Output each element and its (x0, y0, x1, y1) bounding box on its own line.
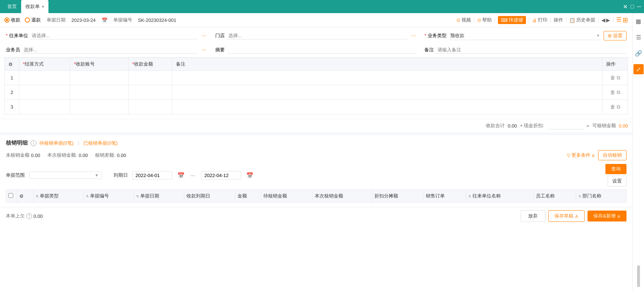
receipt-table: ⚙ *结算方式 *收款账号 *收款金额 备注 操作 (4, 58, 628, 114)
select-all-checkbox[interactable] (8, 193, 13, 198)
row-2-settle[interactable] (19, 85, 70, 100)
print-label: 打印 (538, 17, 547, 23)
history-btn[interactable]: 📋 历史单据 (569, 17, 595, 23)
prev-arrow[interactable]: ◀ (601, 17, 605, 23)
date-to-input[interactable] (201, 171, 241, 180)
row-1-settle[interactable] (19, 71, 70, 85)
bottom-settings-button[interactable]: 设置 (608, 176, 627, 187)
pending-tab[interactable]: 待核销单据(0笔) (39, 140, 74, 146)
row-3-settle[interactable] (19, 100, 70, 114)
checkbox-header[interactable] (6, 190, 17, 203)
settings-button[interactable]: ⚙ 设置 (604, 31, 627, 40)
date-from-calendar-icon[interactable]: 📅 (177, 172, 185, 179)
save-draft-label: 保存草稿 (554, 213, 573, 219)
calendar-icon[interactable]: 📅 (102, 17, 107, 23)
bottom-gear-icon: ⚙ (19, 193, 24, 199)
row-3-actions: 🗑 ⧉ (602, 100, 628, 114)
discount-label: + 现金折扣: (520, 122, 544, 129)
discount-input[interactable] (547, 122, 584, 129)
staff-input[interactable] (22, 46, 198, 54)
row-2-remark[interactable] (172, 85, 602, 100)
row-3-amount[interactable] (129, 100, 172, 114)
gear-icon: ⚙ (8, 62, 13, 67)
layout-list-icon[interactable]: ☰ (616, 16, 621, 24)
receipt-radio-dot (4, 17, 9, 23)
row-3-copy-icon[interactable]: ⧉ (617, 104, 620, 110)
sidebar-expand-icon[interactable]: ⤢ (633, 64, 644, 74)
shortcut-label: 快捷键 (509, 17, 523, 23)
gear-header[interactable]: ⚙ (5, 58, 19, 71)
row-3-account[interactable] (70, 100, 129, 114)
unverified-value: 0.00 (31, 153, 40, 158)
current-label: 本次核销金额: (47, 152, 77, 158)
nav-minimize-icon[interactable]: ─ (637, 3, 641, 10)
shortcut-btn[interactable]: ⌨ 快捷键 (498, 16, 526, 24)
row-1-amount[interactable] (129, 71, 172, 85)
verify-value: 0.00 (619, 123, 628, 129)
business-type-label: * 业务类型 (424, 32, 447, 39)
store-input[interactable] (227, 32, 407, 39)
history-icon: 📋 (569, 17, 575, 23)
chevron-up-icon: ∧ (592, 153, 595, 158)
partner-input[interactable] (30, 32, 198, 39)
refund-radio[interactable]: 退款 (25, 17, 41, 23)
row-3-delete-icon[interactable]: 🗑 (610, 104, 615, 110)
staff-more-btn[interactable]: ··· (200, 47, 208, 53)
operate-btn[interactable]: 操作 (554, 17, 563, 23)
row-2-delete-icon[interactable]: 🗑 (610, 89, 615, 95)
row-3-remark[interactable] (172, 100, 602, 114)
divider2 (495, 17, 495, 23)
sidebar-list-icon[interactable]: ☰ (633, 32, 644, 42)
sidebar-table-icon[interactable]: ▦ (633, 16, 644, 26)
store-more-btn[interactable]: ··· (409, 32, 417, 39)
receipt-type-group: 收款 退款 (4, 17, 41, 23)
date-from-input[interactable] (132, 171, 172, 180)
date-to-calendar-icon[interactable]: 📅 (246, 172, 254, 179)
row-2-copy-icon[interactable]: ⧉ (617, 89, 620, 95)
receipt-radio[interactable]: 收款 (4, 17, 20, 23)
filter-row: 单据范围 ▼ 到期日 📅 — 📅 查询 设置 (6, 164, 627, 187)
current-stat: 本次核销金额: 0.00 (47, 152, 88, 158)
nav-tab-home[interactable]: 首页 (3, 0, 21, 13)
row-1-delete-icon[interactable]: 🗑 (610, 75, 615, 81)
discard-button[interactable]: 放弃 (521, 210, 545, 222)
help-btn[interactable]: ⊙ 帮助 (477, 17, 492, 23)
nav-maximize-icon[interactable]: □ (631, 3, 634, 10)
sidebar-scroll[interactable] (637, 265, 640, 287)
row-1-account[interactable] (70, 71, 129, 85)
business-type-dropdown[interactable]: 预收款 ▼ (449, 32, 601, 40)
sidebar-attachment-icon[interactable]: 🔗 (633, 48, 644, 58)
nav-tab-receipt[interactable]: 收款单 × (21, 0, 48, 13)
nav-close-icon[interactable]: ✕ (623, 3, 628, 10)
done-tab[interactable]: 已核销单据(0笔) (83, 140, 118, 146)
print-btn[interactable]: 🖨 打印 (532, 17, 547, 23)
close-tab-icon[interactable]: × (42, 4, 44, 9)
row-1-remark[interactable] (172, 71, 602, 85)
next-arrow[interactable]: ▶ (606, 17, 610, 23)
summary-input[interactable] (227, 46, 417, 54)
partner-more-btn[interactable]: ··· (200, 32, 208, 39)
verify-label: 可核销金额 (592, 122, 616, 129)
range-label: 单据范围 (6, 172, 25, 179)
more-conditions-btn[interactable]: ▽ 更多条件 ∧ (567, 152, 595, 158)
store-label: 门店 (215, 32, 225, 39)
range-select-dropdown[interactable]: ▼ (29, 172, 102, 179)
save-new-button[interactable]: 保存&新增 ∧ (588, 211, 627, 222)
form-header: 收款 退款 单据日期 2023-03-24 📅 单据编号 SK-20230324… (0, 13, 632, 27)
col-gear-header[interactable]: ⚙ (17, 190, 34, 203)
row-2-amount[interactable] (129, 85, 172, 100)
remark-input[interactable] (436, 46, 627, 54)
date-label: 单据日期 (47, 17, 66, 23)
footer-info-icon[interactable]: ? (26, 213, 32, 219)
row-2-account[interactable] (70, 85, 129, 100)
layout-grid-icon[interactable]: ⊞ (623, 16, 628, 24)
row-1-copy-icon[interactable]: ⧉ (617, 75, 620, 81)
bottom-table-section: ⚙ ⇅ 单据类型 ⇅ 单据编号 ⇅ 单据日期 收款到期日 金额 待核销金额 本次… (6, 189, 627, 203)
auto-verify-button[interactable]: 自动核销 (598, 150, 627, 160)
video-btn[interactable]: ⊙ 视频 (456, 17, 471, 23)
info-icon[interactable]: i (31, 140, 36, 146)
total-value: 0.00 (508, 123, 517, 129)
save-draft-button[interactable]: 保存草稿 ∧ (548, 210, 585, 222)
filter-icon: ▽ (567, 153, 570, 158)
query-button[interactable]: 查询 (605, 164, 627, 174)
